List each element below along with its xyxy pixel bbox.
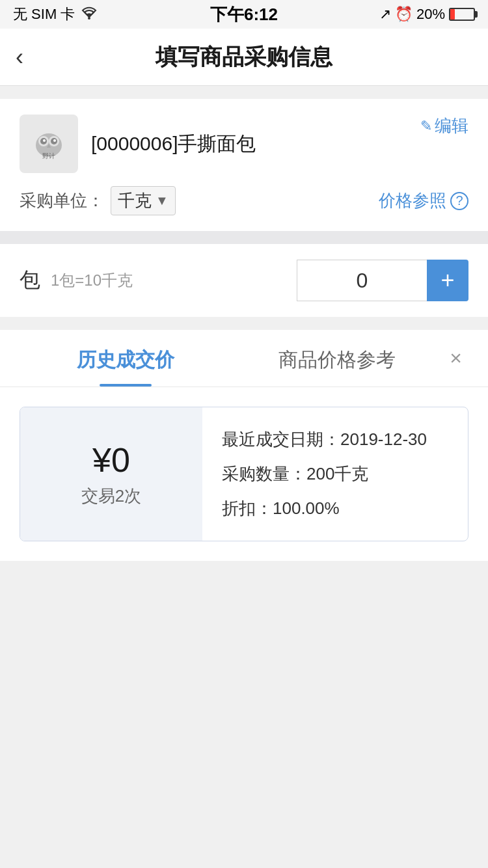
product-card: 野计 [0000006]手撕面包 ✎ 编辑 采购单位： 千克 ▼ 价格参照 ? bbox=[0, 99, 488, 231]
price-card-area: ¥0 交易2次 最近成交日期：2019-12-30 采购数量：200千克 折扣：… bbox=[0, 387, 488, 561]
tab-history-price[interactable]: 历史成交价 bbox=[20, 330, 232, 387]
price-display: ¥0 bbox=[92, 441, 130, 480]
quantity-plus-button[interactable]: + bbox=[427, 260, 468, 301]
nav-bar: ‹ 填写商品采购信息 bbox=[0, 29, 488, 86]
help-icon: ? bbox=[450, 192, 468, 210]
quantity-control: 0 + bbox=[297, 260, 468, 301]
status-time: 下午6:12 bbox=[210, 3, 278, 26]
svg-point-7 bbox=[53, 139, 56, 142]
quantity-input[interactable]: 0 bbox=[297, 260, 427, 301]
tab-product-price-ref[interactable]: 商品价格参考 bbox=[232, 330, 444, 387]
unit-select-dropdown[interactable]: 千克 ▼ bbox=[111, 186, 176, 215]
carrier-text: 无 SIM 卡 bbox=[13, 5, 75, 24]
battery-percent: 20% bbox=[416, 6, 445, 23]
quantity-sublabel: 1包=10千克 bbox=[51, 270, 133, 291]
product-name: [0000006]手撕面包 bbox=[91, 131, 256, 157]
location-icon: ↗ bbox=[379, 6, 391, 23]
edit-icon: ✎ bbox=[420, 118, 432, 135]
svg-point-0 bbox=[88, 17, 90, 20]
bottom-area bbox=[0, 561, 488, 868]
price-reference-button[interactable]: 价格参照 ? bbox=[379, 189, 468, 212]
product-image: 野计 bbox=[20, 115, 78, 173]
wifi-icon bbox=[80, 5, 98, 23]
price-card: ¥0 交易2次 最近成交日期：2019-12-30 采购数量：200千克 折扣：… bbox=[20, 407, 468, 541]
status-left: 无 SIM 卡 bbox=[13, 5, 98, 24]
tab-close-button[interactable]: × bbox=[443, 340, 468, 377]
quantity-row: 包 1包=10千克 0 + bbox=[0, 244, 488, 317]
price-card-right: 最近成交日期：2019-12-30 采购数量：200千克 折扣：100.00% bbox=[202, 407, 468, 541]
product-header: 野计 [0000006]手撕面包 ✎ 编辑 bbox=[20, 115, 468, 173]
tabs-panel: 历史成交价 商品价格参考 × ¥0 交易2次 最近成交日期：2019-12-30… bbox=[0, 330, 488, 561]
dropdown-arrow-icon: ▼ bbox=[156, 193, 169, 208]
quantity-unit: 包 bbox=[20, 266, 40, 295]
svg-point-6 bbox=[43, 139, 46, 142]
unit-selector-group: 采购单位： 千克 ▼ bbox=[20, 186, 176, 215]
battery-icon bbox=[449, 8, 475, 21]
quantity-line: 采购数量：200千克 bbox=[222, 461, 448, 487]
back-button[interactable]: ‹ bbox=[16, 44, 23, 71]
product-left: 野计 [0000006]手撕面包 bbox=[20, 115, 256, 173]
section-divider bbox=[0, 231, 488, 244]
status-right: ↗ ⏰ 20% bbox=[379, 6, 475, 23]
recent-date-line: 最近成交日期：2019-12-30 bbox=[222, 427, 448, 452]
status-bar: 无 SIM 卡 下午6:12 ↗ ⏰ 20% bbox=[0, 0, 488, 29]
page-title: 填写商品采购信息 bbox=[156, 42, 332, 72]
product-unit-row: 采购单位： 千克 ▼ 价格参照 ? bbox=[20, 186, 468, 215]
alarm-icon: ⏰ bbox=[395, 6, 413, 23]
unit-label: 采购单位： bbox=[20, 189, 104, 212]
svg-text:野计: 野计 bbox=[42, 152, 55, 159]
quantity-label-group: 包 1包=10千克 bbox=[20, 266, 133, 295]
discount-line: 折扣：100.00% bbox=[222, 496, 448, 521]
edit-button[interactable]: ✎ 编辑 bbox=[420, 115, 468, 137]
price-transactions: 交易2次 bbox=[81, 485, 141, 508]
tabs-header: 历史成交价 商品价格参考 × bbox=[0, 330, 488, 387]
price-card-left: ¥0 交易2次 bbox=[20, 407, 202, 541]
